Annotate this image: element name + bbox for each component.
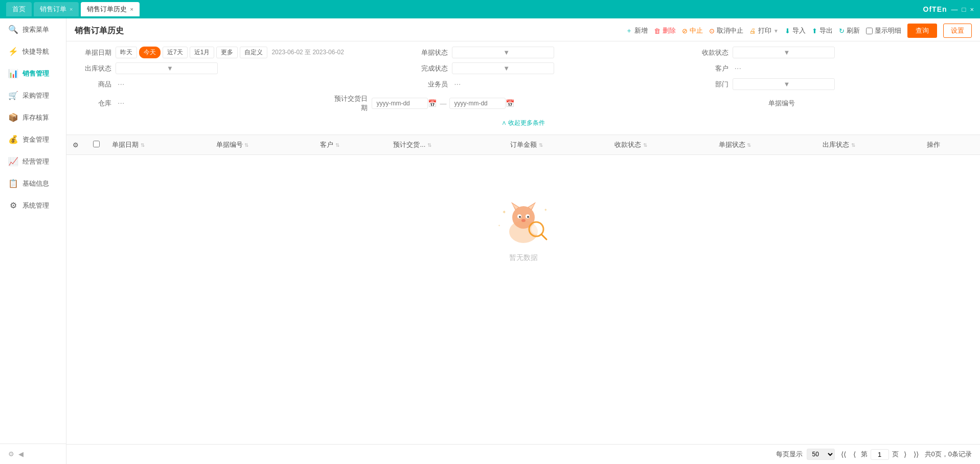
btn-refresh[interactable]: ↻ 刷新 <box>839 26 860 35</box>
th-customer[interactable]: 客户 ⇅ <box>314 135 387 155</box>
display-detail-container[interactable]: 显示明细 <box>866 26 901 35</box>
table-footer: 每页显示 50 100 200 ⟨⟨ ⟨ 第 页 ⟩ ⟩⟩ 共0页，0条记录 <box>66 444 980 464</box>
collapse-bar[interactable]: ∧ 收起更多条件 <box>75 117 972 129</box>
collection-select[interactable]: ▼ <box>733 47 835 58</box>
settings-gear-icon[interactable]: ⚙ <box>73 141 79 149</box>
th-delivery[interactable]: 预计交货... ⇅ <box>387 135 504 155</box>
sidebar-inventory-label: 库存核算 <box>22 113 49 122</box>
goods-dots-btn[interactable]: ··· <box>116 80 126 89</box>
th-payment-sort[interactable]: ⇅ <box>643 142 647 148</box>
data-table: ⚙ 单据日期 ⇅ 单据编号 ⇅ <box>66 135 980 303</box>
th-out-status[interactable]: 出库状态 ⇅ <box>816 135 921 155</box>
page-last-btn[interactable]: ⟩⟩ <box>911 449 921 459</box>
sidebar-item-system[interactable]: ⚙ 系统管理 <box>0 194 66 216</box>
sidebar-item-quicknav[interactable]: ⚡ 快捷导航 <box>0 40 66 62</box>
warehouse-dots-btn[interactable]: ··· <box>116 99 126 108</box>
sidebar-item-search[interactable]: 🔍 搜索菜单 <box>0 18 66 40</box>
salesperson-dots-btn[interactable]: ··· <box>452 80 463 89</box>
display-detail-checkbox[interactable] <box>866 28 873 34</box>
sidebar-collapse-icon[interactable]: ◀ <box>18 450 24 458</box>
filter-status-label: 单据状态 <box>411 48 452 57</box>
th-date[interactable]: 单据日期 ⇅ <box>106 135 210 155</box>
btn-stop[interactable]: ⊘ 中止 <box>682 26 703 35</box>
delivery-end-input[interactable] <box>449 98 506 109</box>
sidebar-operations-label: 经营管理 <box>22 157 49 166</box>
window-minimize[interactable]: — <box>951 6 958 13</box>
tab-sales-order-close[interactable]: × <box>70 6 73 12</box>
page-first-btn[interactable]: ⟨⟨ <box>839 449 848 459</box>
calendar-end-icon[interactable]: 📅 <box>506 99 514 107</box>
print-arrow: ▼ <box>773 28 779 34</box>
sidebar-system-label: 系统管理 <box>22 201 49 210</box>
date-btn-more[interactable]: 更多 <box>216 47 238 58</box>
th-out-status-sort[interactable]: ⇅ <box>851 142 855 148</box>
filter-area: 单据日期 昨天 今天 近7天 近1月 更多 自定义 2023-06-02 至 2… <box>66 41 980 135</box>
th-settings[interactable]: ⚙ <box>66 135 87 155</box>
btn-new[interactable]: ＋ 新增 <box>626 26 648 35</box>
window-close[interactable]: × <box>970 6 974 13</box>
sidebar-item-basic[interactable]: 📋 基础信息 <box>0 172 66 194</box>
filter-row-3: 商品 ··· 业务员 ··· 部门 ▼ <box>75 78 972 90</box>
filter-row-2: 出库状态 ▼ 完成状态 ▼ 客户 ··· <box>75 62 972 74</box>
th-amount-sort[interactable]: ⇅ <box>539 142 543 148</box>
sidebar-settings-icon[interactable]: ⚙ <box>8 450 14 458</box>
th-customer-sort[interactable]: ⇅ <box>335 142 339 148</box>
btn-delete-label: 删除 <box>663 26 676 35</box>
btn-query[interactable]: 查询 <box>907 24 937 38</box>
filter-customer-label: 客户 <box>692 64 733 73</box>
stop-icon: ⊘ <box>682 27 688 35</box>
th-doc-status-sort[interactable]: ⇅ <box>747 142 751 148</box>
date-btn-7days[interactable]: 近7天 <box>163 47 188 58</box>
th-amount[interactable]: 订单金额 ⇅ <box>504 135 608 155</box>
status-select[interactable]: ▼ <box>452 47 554 58</box>
sidebar-bottom: ⚙ ◀ <box>0 444 66 464</box>
btn-print[interactable]: 🖨 打印 ▼ <box>749 26 779 35</box>
status-select-arrow: ▼ <box>503 49 550 56</box>
dept-select[interactable]: ▼ <box>733 78 835 90</box>
print-icon: 🖨 <box>749 27 756 35</box>
btn-export[interactable]: ⬆ 导出 <box>812 26 833 35</box>
date-btn-custom[interactable]: 自定义 <box>240 47 267 58</box>
th-no-sort[interactable]: ⇅ <box>244 142 248 148</box>
sidebar-quicknav-label: 快捷导航 <box>22 47 49 56</box>
page-next-btn[interactable]: ⟩ <box>902 449 908 459</box>
date-btn-1month[interactable]: 近1月 <box>190 47 215 58</box>
th-no[interactable]: 单据编号 ⇅ <box>210 135 314 155</box>
th-delivery-sort[interactable]: ⇅ <box>427 142 431 148</box>
outbound-select[interactable]: ▼ <box>116 62 218 74</box>
th-payment[interactable]: 收款状态 ⇅ <box>608 135 713 155</box>
th-doc-status[interactable]: 单据状态 ⇅ <box>713 135 817 155</box>
filter-collection-label: 收款状态 <box>692 48 733 57</box>
complete-select[interactable]: ▼ <box>452 62 554 74</box>
tab-sales-history[interactable]: 销售订单历史 × <box>81 2 139 16</box>
customer-dots-btn[interactable]: ··· <box>733 64 743 73</box>
tab-sales-history-close[interactable]: × <box>130 6 133 12</box>
btn-delete[interactable]: 🗑 删除 <box>654 26 676 35</box>
window-restore[interactable]: □ <box>962 6 966 13</box>
per-page-select[interactable]: 50 100 200 <box>807 449 835 460</box>
btn-new-label: 新增 <box>634 26 648 35</box>
select-all-checkbox[interactable] <box>93 141 100 147</box>
filter-goods-cell: 商品 ··· <box>75 80 411 89</box>
delivery-start-input[interactable] <box>372 98 428 109</box>
sidebar-item-operations[interactable]: 📈 经营管理 <box>0 150 66 172</box>
btn-import[interactable]: ⬇ 导入 <box>785 26 806 35</box>
sidebar-item-inventory[interactable]: 📦 库存核算 <box>0 106 66 128</box>
brand-text: OfTEn <box>923 5 947 13</box>
th-check[interactable] <box>87 135 106 155</box>
calendar-start-icon[interactable]: 📅 <box>428 99 437 107</box>
page-number-input[interactable] <box>871 449 889 460</box>
tab-bar: 首页 销售订单 × 销售订单历史 × <box>6 0 140 18</box>
tab-sales-order[interactable]: 销售订单 × <box>34 2 79 16</box>
page-prev-btn[interactable]: ⟨ <box>851 449 858 459</box>
date-btn-today[interactable]: 今天 <box>139 47 161 58</box>
sidebar-item-purchase[interactable]: 🛒 采购管理 <box>0 84 66 106</box>
filter-outbound-label: 出库状态 <box>75 64 116 73</box>
tab-home[interactable]: 首页 <box>6 2 32 16</box>
btn-cancel-stop[interactable]: ⊙ 取消中止 <box>709 26 743 35</box>
btn-setting[interactable]: 设置 <box>943 24 972 38</box>
sidebar-item-finance[interactable]: 💰 资金管理 <box>0 128 66 150</box>
sidebar-item-sales[interactable]: 📊 销售管理 <box>0 62 66 84</box>
th-date-sort[interactable]: ⇅ <box>141 142 145 148</box>
date-btn-yesterday[interactable]: 昨天 <box>116 47 137 58</box>
